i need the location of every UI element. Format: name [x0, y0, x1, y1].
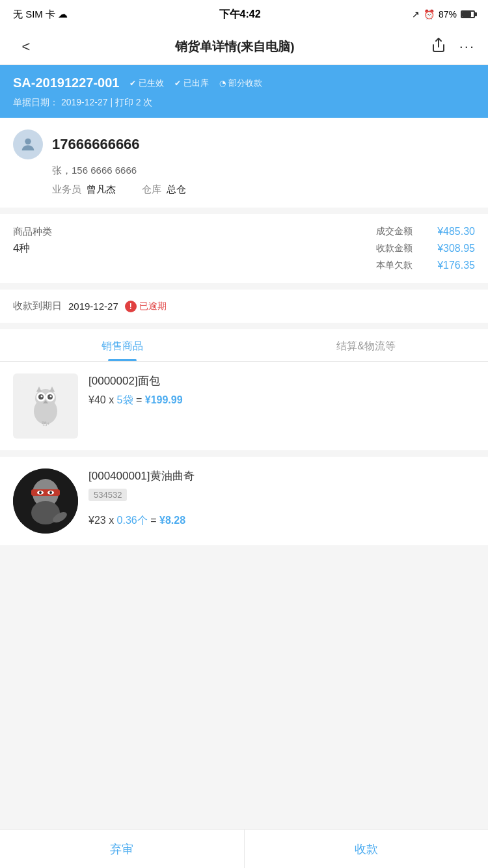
svg-point-9 [41, 396, 43, 398]
due-date: 2019-12-27 [68, 301, 118, 312]
battery-icon [461, 10, 475, 18]
date-label: 单据日期： [13, 97, 59, 107]
more-icon[interactable]: ··· [459, 38, 475, 55]
share-icon[interactable] [431, 37, 446, 57]
category-count: 4种 [13, 241, 52, 256]
product-batch-2: 534532 [88, 489, 127, 501]
svg-point-21 [49, 491, 52, 494]
product-title-2: 黄油曲奇 [150, 470, 195, 482]
customer-phone: 17666666666 [52, 136, 140, 153]
overdue-icon: ! [125, 301, 137, 312]
badge-outbound: 已出库 [174, 77, 209, 89]
customer-contact: 张，156 6666 6666 [13, 165, 475, 177]
product-code-1: [0000002] [88, 375, 138, 387]
product-total-2: ¥8.28 [159, 515, 185, 526]
stat-owed-value: ¥176.35 [423, 260, 475, 271]
product-price-1: ¥40 x 5袋 = ¥199.99 [88, 394, 475, 407]
stat-received-label: 收款金额 [376, 243, 413, 254]
list-item: 鸮+ [0000002]面包 ¥40 x 5袋 = ¥199.99 [0, 362, 488, 450]
stat-deal-label: 成交金额 [376, 226, 413, 237]
status-right: ↗ ⏰ 87% [412, 9, 475, 20]
price-unit-2: ¥23 [88, 515, 106, 526]
order-header: SA-20191227-001 已生效 已出库 部分收款 单据日期： 2019-… [0, 65, 488, 118]
product-name-1: [0000002]面包 [88, 373, 475, 388]
stat-row-deal: 成交金额 ¥485.30 [376, 226, 475, 237]
price-unit-1: ¥40 [88, 394, 106, 405]
alarm-icon: ⏰ [424, 9, 435, 20]
svg-rect-17 [31, 489, 60, 496]
due-label: 收款到期日 [13, 300, 62, 312]
customer-section: 17666666666 张，156 6666 6666 业务员 曾凡杰 仓库 总… [0, 118, 488, 208]
product-qty-1: 5袋 [117, 394, 133, 405]
order-date: 2019-12-27 [61, 97, 108, 107]
tab-sales-products[interactable]: 销售商品 [0, 329, 244, 361]
status-time: 下午4:42 [219, 8, 261, 21]
tab-settlement[interactable]: 结算&物流等 [244, 329, 488, 361]
tabs-bar: 销售商品 结算&物流等 [0, 329, 488, 362]
overdue-badge: ! 已逾期 [125, 301, 167, 312]
svg-point-10 [50, 396, 52, 398]
category-label: 商品种类 [13, 226, 52, 238]
badge-effective: 已生效 [129, 77, 164, 89]
cancel-review-button[interactable]: 弃审 [0, 830, 245, 868]
stat-received-value: ¥308.95 [423, 243, 475, 254]
product-info-1: [0000002]面包 ¥40 x 5袋 = ¥199.99 [88, 373, 475, 407]
svg-point-1 [25, 139, 31, 144]
customer-meta: 业务员 曾凡杰 仓库 总仓 [13, 183, 475, 196]
stat-row-owed: 本单欠款 ¥176.35 [376, 260, 475, 271]
nav-actions: ··· [431, 37, 475, 57]
product-image-2 [13, 468, 78, 534]
stat-row-received: 收款金额 ¥308.95 [376, 243, 475, 254]
stats-right: 成交金额 ¥485.30 收款金额 ¥308.95 本单欠款 ¥176.35 [376, 226, 475, 271]
battery-text: 87% [439, 9, 457, 20]
salesman-value: 曾凡杰 [87, 183, 116, 196]
page-title: 销货单详情(来自电脑) [175, 38, 295, 55]
nav-bar: < 销货单详情(来自电脑) ··· [0, 29, 488, 65]
direction-icon: ↗ [412, 9, 420, 20]
order-id: SA-20191227-001 [13, 75, 119, 90]
product-code-2: [000400001] [88, 470, 150, 482]
no-sim-text: 无 SIM 卡 ☁ [13, 8, 68, 21]
status-left: 无 SIM 卡 ☁ [13, 8, 68, 21]
svg-point-20 [39, 491, 42, 494]
svg-text:鸮+: 鸮+ [42, 421, 50, 427]
warehouse-value: 总仓 [167, 183, 186, 196]
overdue-text: 已逾期 [139, 301, 167, 312]
print-info: | 打印 2 次 [110, 97, 152, 107]
bottom-bar: 弃审 收款 [0, 829, 488, 868]
warehouse-label: 仓库 [142, 183, 161, 196]
product-name-2: [000400001]黄油曲奇 [88, 468, 475, 483]
product-price-2: ¥23 x 0.36个 = ¥8.28 [88, 514, 475, 528]
product-total-1: ¥199.99 [145, 394, 183, 405]
list-item: [000400001]黄油曲奇 534532 ¥23 x 0.36个 = ¥8.… [0, 457, 488, 545]
status-bar: 无 SIM 卡 ☁ 下午4:42 ↗ ⏰ 87% [0, 0, 488, 29]
stat-deal-value: ¥485.30 [423, 226, 475, 237]
product-image-1: 鸮+ [13, 373, 78, 439]
product-title-1: 面包 [138, 375, 160, 387]
due-section: 收款到期日 2019-12-27 ! 已逾期 [0, 290, 488, 323]
order-date-info: 单据日期： 2019-12-27 | 打印 2 次 [13, 97, 475, 109]
collect-payment-button[interactable]: 收款 [245, 830, 489, 868]
stat-owed-label: 本单欠款 [376, 260, 413, 271]
product-list: 鸮+ [0000002]面包 ¥40 x 5袋 = ¥199.99 [0, 362, 488, 545]
stats-section: 商品种类 4种 成交金额 ¥485.30 收款金额 ¥308.95 本单欠款 ¥… [0, 214, 488, 283]
badge-partial-payment: 部分收款 [219, 77, 262, 89]
avatar [13, 129, 43, 159]
salesman-label: 业务员 [52, 183, 81, 196]
product-qty-2: 0.36个 [117, 515, 148, 526]
back-button[interactable]: < [13, 34, 39, 60]
product-info-2: [000400001]黄油曲奇 534532 ¥23 x 0.36个 = ¥8.… [88, 468, 475, 528]
